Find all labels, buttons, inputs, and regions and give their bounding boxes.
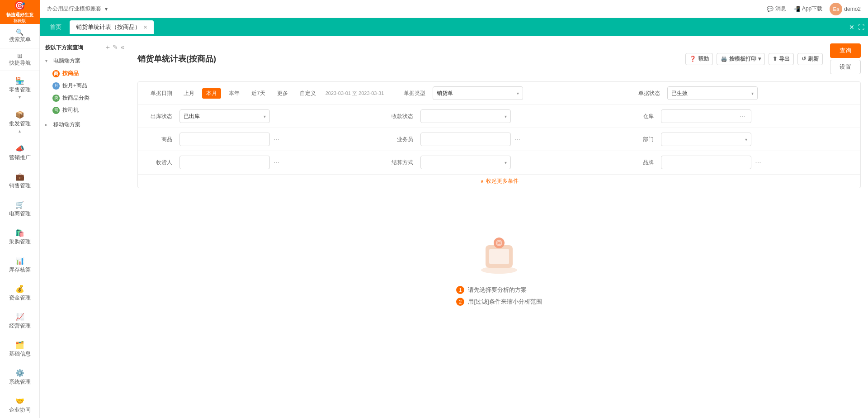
date-btn-this-month[interactable]: 本月	[202, 88, 221, 99]
left-panel-header: 按以下方案查询 + ✎ «	[40, 41, 130, 54]
tree-item-by-category[interactable]: 类 按商品分类	[40, 92, 130, 104]
page-actions: ❓ 帮助 🖨️ 按模板打印 ▾ ⬆ 导出 ↺ 刷新	[685, 43, 861, 74]
edit-scheme-icon[interactable]: ✎	[113, 43, 118, 52]
status-input[interactable]: 已生效 ▾	[667, 86, 758, 100]
tab-end-icons: ✕ ⛶	[849, 24, 864, 31]
tree-icon-goods: 商	[52, 70, 60, 77]
marketing-label: 营销推广	[9, 154, 31, 162]
wholesale-label: 批发管理	[9, 120, 31, 128]
type-input[interactable]: 销货单 ▾	[433, 86, 523, 100]
brand-dots[interactable]: ···	[753, 158, 763, 166]
logo-sub: 标账版	[14, 18, 26, 24]
purchase-icon: 🛍️	[15, 228, 24, 237]
receiver-dots[interactable]: ···	[272, 158, 281, 166]
receiver-input[interactable]	[179, 156, 270, 169]
tree-item-by-driver[interactable]: 司 按司机	[40, 104, 130, 116]
help-btn[interactable]: ❓ 帮助	[685, 53, 713, 65]
warehouse-dots[interactable]: ···	[738, 112, 747, 120]
type-label: 单据类型	[398, 90, 425, 97]
settings-button[interactable]: 设置	[830, 60, 861, 74]
sidebar-item-operations[interactable]: 📈 经营管理	[0, 307, 39, 335]
tab-bar: 首页 销货单统计表（按商品） ✕ ✕ ⛶	[40, 18, 868, 36]
collapse-panel-icon[interactable]: «	[121, 43, 124, 52]
query-button[interactable]: 查询	[830, 43, 861, 58]
sales-label: 销售管理	[9, 182, 31, 190]
enterprise-label: 企业协同	[9, 406, 31, 414]
operations-label: 经营管理	[9, 322, 31, 330]
sidebar-item-enterprise[interactable]: 🤝 企业协同	[0, 391, 39, 418]
sidebar-item-basic[interactable]: 🗂️ 基础信息	[0, 335, 39, 363]
sidebar-item-ecommerce[interactable]: 🛒 电商管理	[0, 195, 39, 223]
tree-section-mobile[interactable]: ▸ 移动端方案	[40, 118, 130, 131]
goods-input[interactable]	[179, 133, 270, 146]
sidebar-item-sales[interactable]: 💼 销售管理	[0, 167, 39, 195]
payment-dropdown-icon: ▾	[505, 160, 507, 165]
date-filter: 上月 本月 本年 近7天 更多 自定义 2023-03-01 至 2023-03…	[179, 88, 384, 99]
close-window-icon[interactable]: ✕	[849, 24, 854, 31]
sidebar-quick-nav[interactable]: ⊞ 快捷导航	[0, 48, 39, 71]
out-value: 已出库	[184, 113, 200, 120]
sidebar-item-inventory[interactable]: 📊 库存核算	[0, 251, 39, 279]
date-btn-more[interactable]: 更多	[273, 88, 292, 99]
sidebar-item-wholesale[interactable]: 📦 批发管理 ▴	[0, 105, 39, 139]
export-btn[interactable]: ⬆ 导出	[769, 53, 794, 65]
sidebar-item-system[interactable]: ⚙️ 系统管理	[0, 363, 39, 391]
empty-illustration	[472, 232, 526, 277]
tab-home[interactable]: 首页	[43, 20, 68, 34]
sidebar-item-retail[interactable]: 🏪 零售管理 ▾	[0, 71, 39, 105]
empty-tip-1: 1 请先选择要分析的方案	[456, 286, 542, 294]
receiver-label: 收货人	[145, 159, 172, 166]
filter-row-4: 收货人 ··· 结算方式 ▾ 品牌	[138, 151, 860, 174]
operations-icon: 📈	[15, 313, 24, 321]
content-inner: 按以下方案查询 + ✎ « ▾ 电脑端方案 商 按商品 月 按月+	[40, 36, 868, 418]
export-icon: ⬆	[773, 56, 777, 62]
maximize-window-icon[interactable]: ⛶	[858, 24, 864, 31]
inventory-label: 库存核算	[9, 266, 31, 274]
tree-item-driver-label: 按司机	[62, 106, 79, 114]
warehouse-input[interactable]: ···	[661, 109, 751, 123]
sidebar-item-marketing[interactable]: 📣 营销推广	[0, 139, 39, 167]
sidebar-item-finance[interactable]: 💰 资金管理	[0, 279, 39, 307]
date-btn-custom[interactable]: 自定义	[296, 88, 320, 99]
type-value: 销货单	[437, 90, 453, 97]
date-btn-last-month[interactable]: 上月	[179, 88, 198, 99]
tip-1-num: 1	[456, 286, 464, 294]
date-btn-7days[interactable]: 近7天	[247, 88, 269, 99]
add-scheme-icon[interactable]: +	[106, 43, 110, 52]
salesman-input[interactable]	[420, 133, 511, 146]
payment-input[interactable]: ▾	[420, 156, 511, 169]
tip-2-num: 2	[456, 298, 464, 306]
collapse-filters-btn[interactable]: ∧ 收起更多条件	[138, 174, 860, 188]
out-input[interactable]: 已出库 ▾	[179, 109, 270, 123]
goods-dots[interactable]: ···	[272, 135, 281, 143]
date-btn-this-year[interactable]: 本年	[225, 88, 244, 99]
tree-section-pc-label: 电脑端方案	[53, 57, 80, 65]
app-download-btn[interactable]: 📲 App下载	[793, 5, 822, 13]
industry-label: 办公用品行业模拟账套	[47, 5, 101, 13]
help-icon: ❓	[689, 56, 696, 62]
sidebar-search-menu[interactable]: 🔍 搜索菜单	[0, 24, 39, 48]
user-menu[interactable]: Ea demo2	[830, 3, 861, 15]
brand-input[interactable]	[661, 156, 751, 169]
user-avatar: Ea	[830, 3, 842, 15]
receipt-input[interactable]: ▾	[420, 109, 511, 123]
sidebar-item-purchase[interactable]: 🛍️ 采购管理	[0, 223, 39, 251]
tab-close-icon[interactable]: ✕	[143, 24, 147, 30]
system-label: 系统管理	[9, 378, 31, 386]
print-btn[interactable]: 🖨️ 按模板打印 ▾	[717, 53, 765, 65]
collapse-label: 收起更多条件	[486, 177, 519, 185]
dept-input[interactable]: ▾	[661, 133, 751, 146]
tree-item-by-goods[interactable]: 商 按商品	[40, 67, 130, 80]
tab-report-label: 销货单统计表（按商品）	[76, 23, 141, 31]
tree-item-category-label: 按商品分类	[62, 94, 90, 102]
salesman-dots[interactable]: ···	[513, 135, 522, 143]
left-panel-icons: + ✎ «	[106, 43, 124, 52]
tree-item-by-month-goods[interactable]: 月 按月+商品	[40, 80, 130, 92]
header-left: 办公用品行业模拟账套 ▾	[47, 5, 108, 13]
tree-icon-category: 类	[52, 95, 60, 102]
industry-dropdown-icon[interactable]: ▾	[105, 6, 108, 12]
refresh-btn[interactable]: ↺ 刷新	[797, 53, 823, 65]
message-btn[interactable]: 💬 消息	[767, 5, 786, 13]
tree-section-pc[interactable]: ▾ 电脑端方案	[40, 54, 130, 67]
tab-report[interactable]: 销货单统计表（按商品） ✕	[70, 20, 154, 34]
